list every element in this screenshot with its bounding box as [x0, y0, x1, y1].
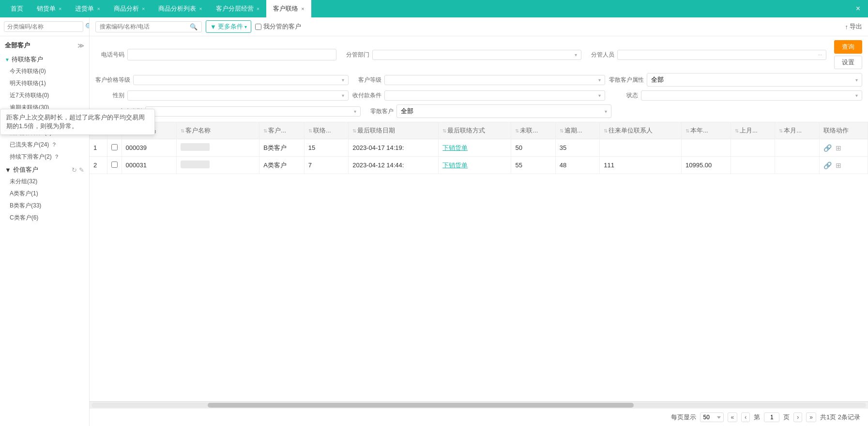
col-method-sort-icon[interactable]: ⇅ [442, 128, 446, 133]
row1-grid-icon[interactable]: ⊞ [836, 144, 841, 152]
next-page-button[interactable]: › [793, 412, 802, 422]
table-row: 2 000031 A类客户 7 2023-04-12 14:44: 下销货单 5… [90, 157, 868, 174]
row2-link-icon[interactable]: 🔗 [823, 162, 832, 169]
payment-select[interactable]: ▾ [384, 90, 606, 101]
nav-item-purchase[interactable]: 进货单 × [68, 0, 107, 17]
window-close-button[interactable]: × [852, 4, 864, 13]
col-overdue-sort-icon[interactable]: ⇅ [560, 128, 563, 133]
prev-page-button[interactable]: ‹ [741, 412, 750, 422]
settings-button[interactable]: 设置 [834, 56, 862, 69]
per-page-select[interactable]: 50 100 200 [700, 412, 724, 422]
top-navigation: 首页 销货单 × 进货单 × 商品分析 × 商品分析列表 × 客户分层经营 × … [0, 0, 868, 17]
sidebar-item-tomorrow[interactable]: 明天待联络(1) [0, 77, 89, 89]
sidebar-search-icon[interactable]: 🔍 [85, 23, 90, 30]
dept-select[interactable]: ▾ [372, 50, 581, 60]
export-button[interactable]: ↑ 导出 [845, 22, 863, 31]
row2-last-date: 2023-04-12 14:44: [349, 157, 439, 174]
row1-link-icon[interactable]: 🔗 [823, 144, 832, 152]
nav-item-sales[interactable]: 销货单 × [30, 0, 68, 17]
nav-close-analysis[interactable]: × [142, 6, 145, 12]
sidebar-item-declining[interactable]: 持续下滑客户(2) ? [0, 151, 89, 163]
retail-attr-select[interactable]: 全部 ▾ [647, 73, 862, 87]
gender-select[interactable]: ▾ [127, 90, 349, 101]
gender-label: 性别 [95, 91, 124, 100]
sidebar-item-class-a[interactable]: A类客户(1) [0, 188, 89, 200]
sidebar-search-area: 🔍 [0, 17, 89, 36]
table-row: 1 000039 B类客户 15 2023-04-17 14:19: 下销货单 … [90, 139, 868, 157]
sidebar-item-7days[interactable]: 近7天待联络(0) [0, 89, 89, 102]
nav-close-analysis-list[interactable]: × [199, 6, 202, 12]
person-select[interactable]: ··· [617, 50, 826, 60]
row2-overdue: 48 [555, 157, 599, 174]
value-edit-icon[interactable]: ✎ [79, 166, 84, 174]
nav-close-customer-tier[interactable]: × [257, 6, 259, 12]
col-contact-sort-icon[interactable]: ⇅ [308, 128, 312, 133]
filter-retail-attr: 零散客户属性 全部 ▾ [609, 73, 862, 87]
status-select[interactable]: ▾ [641, 90, 862, 101]
nav-item-customer-tier[interactable]: 客户分层经营 × [209, 0, 266, 17]
row1-checkbox-cell[interactable] [107, 139, 122, 157]
page-number-input[interactable] [764, 412, 779, 422]
sidebar-collapse-icon[interactable]: ≫ [77, 42, 84, 49]
nav-item-customer-contact[interactable]: 客户联络 × [266, 0, 311, 17]
nav-item-analysis[interactable]: 商品分析 × [107, 0, 152, 17]
sidebar-section-pending[interactable]: ▼ 待联络客户 [0, 53, 89, 65]
nav-close-purchase[interactable]: × [97, 6, 100, 12]
more-conditions-button[interactable]: ▼ 更多条件 ▾ [206, 20, 251, 33]
col-lmonth-sort-icon[interactable]: ⇅ [735, 128, 739, 133]
col-date-sort-icon[interactable]: ⇅ [352, 128, 356, 133]
sidebar-item-churned[interactable]: 已流失客户(24) ? [0, 139, 89, 151]
sidebar-search-input[interactable] [4, 21, 83, 32]
tooltip-repurchase: 距客户上次交易时长，超过了此客户的平均交易周期的1.5倍，则视为异常。 [90, 109, 155, 135]
nav-close-sales[interactable]: × [59, 6, 61, 12]
row2-grid-icon[interactable]: ⊞ [836, 162, 841, 169]
col-year-sort-icon[interactable]: ⇅ [685, 128, 689, 133]
customer-table: ⚙ ⇅客户编码 ⇅客户名称 ⇅客户... [90, 122, 868, 174]
row1-method-link[interactable]: 下销货单 [442, 144, 468, 151]
my-customers-checkbox[interactable] [255, 24, 261, 30]
horizontal-scrollbar[interactable] [90, 401, 868, 408]
scrollbar-track[interactable] [91, 403, 866, 408]
row1-checkbox[interactable] [111, 144, 118, 150]
customer-level-select[interactable]: ▾ [384, 75, 606, 85]
row2-checkbox-cell[interactable] [107, 157, 122, 174]
first-page-button[interactable]: « [728, 412, 738, 422]
row1-last-method: 下销货单 [439, 139, 511, 157]
sidebar-item-class-c[interactable]: C类客户(6) [0, 212, 89, 224]
row2-no-contact: 55 [511, 157, 555, 174]
price-level-label: 客户价格等级 [95, 76, 130, 84]
retail-customer-select[interactable]: 全部 ▾ [396, 104, 611, 118]
filter-status: 状态 ▾ [609, 90, 862, 101]
main-search-input[interactable] [100, 23, 190, 30]
main-search-icon[interactable]: 🔍 [190, 23, 198, 30]
row2-checkbox[interactable] [111, 162, 118, 168]
phone-input[interactable] [127, 49, 336, 60]
my-customers-checkbox-area[interactable]: 我分管的客户 [255, 22, 301, 31]
col-contacts-sort-icon[interactable]: ⇅ [604, 128, 608, 133]
filter-phone: 电话号码 [95, 49, 336, 60]
sidebar-root-item[interactable]: 全部客户 ≫ [0, 38, 89, 53]
value-refresh-icon[interactable]: ↻ [72, 166, 77, 174]
value-section-arrow: ▼ [5, 166, 11, 174]
col-name-sort-icon[interactable]: ⇅ [181, 128, 184, 133]
scrollbar-thumb[interactable] [208, 403, 634, 408]
col-month-sort-icon[interactable]: ⇅ [779, 128, 783, 133]
row1-last-date: 2023-04-17 14:19: [349, 139, 439, 157]
col-no-contact-sort-icon[interactable]: ⇅ [515, 128, 519, 133]
sidebar-section-value[interactable]: ▼ 价值客户 ↻ ✎ [0, 163, 89, 176]
query-button[interactable]: 查询 [834, 40, 862, 54]
nav-item-home[interactable]: 首页 [4, 0, 30, 17]
col-type-sort-icon[interactable]: ⇅ [263, 128, 267, 133]
sidebar-item-class-b[interactable]: B类客户(33) [0, 200, 89, 212]
sidebar-item-ungrouped[interactable]: 未分组(32) [0, 176, 89, 188]
nav-item-analysis-list[interactable]: 商品分析列表 × [152, 0, 209, 17]
customer-type-select[interactable]: ▾ [145, 106, 360, 117]
col-no-contact: ⇅未联... [511, 122, 555, 139]
nav-close-customer-contact[interactable]: × [301, 6, 304, 12]
row2-method-link[interactable]: 下销货单 [442, 162, 468, 169]
price-level-select[interactable]: ▾ [133, 75, 349, 85]
sidebar-item-today[interactable]: 今天待联络(0) [0, 65, 89, 77]
row2-last-month [731, 157, 775, 174]
last-page-button[interactable]: » [806, 412, 816, 422]
sidebar-tree: 全部客户 ≫ ▼ 待联络客户 今天待联络(0) 明天待联络(1) 近7天待联络(… [0, 36, 89, 426]
